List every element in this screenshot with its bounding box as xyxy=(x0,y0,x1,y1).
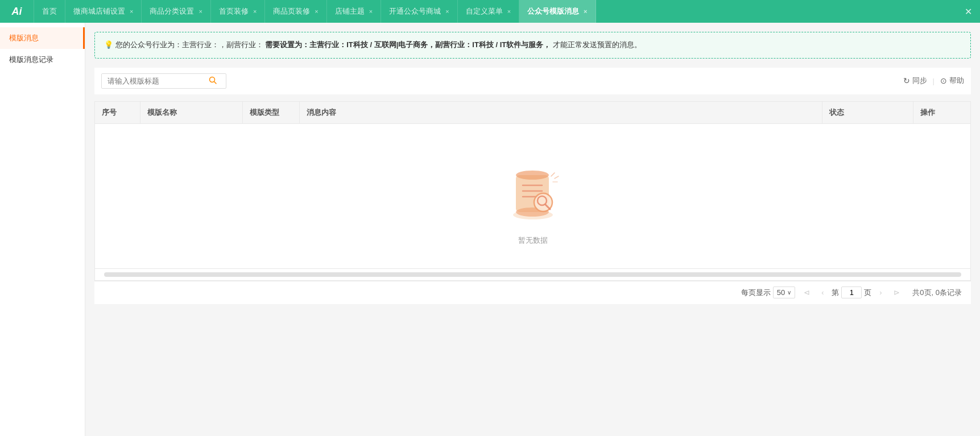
svg-line-13 xyxy=(555,176,559,178)
nav-tab-close-1[interactable]: × xyxy=(130,8,133,15)
notice-icon: 💡 xyxy=(104,40,113,49)
nav-tab-close-6[interactable]: × xyxy=(445,8,449,15)
empty-state: 暂无数据 xyxy=(95,124,970,268)
search-icon xyxy=(209,76,217,84)
nav-tab-close-4[interactable]: × xyxy=(315,8,318,15)
main-layout: 模版消息模版消息记录 💡 您的公众号行业为：主营行业：，副营行业： 需要设置为：… xyxy=(0,23,980,436)
nav-tab-label: 自定义菜单 xyxy=(466,6,503,16)
page-navigation: ⊲ ‹ 第 页 › ⊳ xyxy=(800,286,903,300)
nav-tab-8[interactable]: 公众号模版消息× xyxy=(519,0,596,23)
sidebar: 模版消息模版消息记录 xyxy=(0,23,85,436)
col-seq: 序号 xyxy=(95,102,140,123)
sidebar-item-1[interactable]: 模版消息记录 xyxy=(0,49,85,70)
help-icon: ⊙ xyxy=(940,76,947,85)
nav-tab-label: 公众号模版消息 xyxy=(527,6,579,16)
nav-tab-close-8[interactable]: × xyxy=(584,8,587,15)
nav-tab-6[interactable]: 开通公众号商城× xyxy=(381,0,457,23)
col-name: 模版名称 xyxy=(140,102,243,123)
prev-page-button[interactable]: ‹ xyxy=(816,286,829,300)
scrollbar-area[interactable] xyxy=(95,268,970,280)
nav-tab-label: 开通公众号商城 xyxy=(389,6,441,16)
search-input[interactable] xyxy=(102,74,204,88)
nav-tab-label: 商品页装修 xyxy=(273,6,310,16)
col-action: 操作 xyxy=(913,102,970,123)
close-all-button[interactable]: ✕ xyxy=(957,0,980,23)
nav-tab-close-3[interactable]: × xyxy=(253,8,257,15)
sync-button[interactable]: ↻ 同步 xyxy=(903,76,927,86)
search-input-wrap[interactable] xyxy=(101,73,226,89)
col-type: 模版类型 xyxy=(243,102,300,123)
notice-text-suffix: 才能正常发送预置的消息。 xyxy=(553,40,642,49)
page-size-dropdown[interactable]: 50 ∨ xyxy=(773,286,795,298)
content-area: 💡 您的公众号行业为：主营行业：，副营行业： 需要设置为：主营行业：IT科技 /… xyxy=(85,23,980,436)
page-size-value: 50 xyxy=(777,288,785,297)
nav-tab-2[interactable]: 商品分类设置× xyxy=(142,0,210,23)
next-page-button[interactable]: › xyxy=(874,286,887,300)
search-row: ↻ 同步 | ⊙ 帮助 xyxy=(94,68,971,94)
nav-tab-1[interactable]: 微商城店铺设置× xyxy=(65,0,142,23)
nav-tab-label: 店铺主题 xyxy=(335,6,365,16)
nav-tab-3[interactable]: 首页装修× xyxy=(211,0,265,23)
notice-text-bold: 需要设置为：主营行业：IT科技 / 互联网|电子商务，副营行业：IT科技 / I… xyxy=(265,40,551,49)
top-nav: Ai 首页微商城店铺设置×商品分类设置×首页装修×商品页装修×店铺主题×开通公众… xyxy=(0,0,980,23)
nav-tab-5[interactable]: 店铺主题× xyxy=(327,0,381,23)
empty-icon xyxy=(499,158,567,226)
page-size-label: 每页显示 xyxy=(741,288,771,298)
chevron-down-icon: ∨ xyxy=(787,289,791,296)
col-status: 状态 xyxy=(822,102,913,123)
nav-tab-label: 商品分类设置 xyxy=(150,6,194,16)
page-suffix: 页 xyxy=(864,288,871,298)
sync-label: 同步 xyxy=(912,76,927,86)
svg-line-1 xyxy=(214,81,217,84)
sync-help-area: ↻ 同步 | ⊙ 帮助 xyxy=(903,76,964,86)
svg-point-4 xyxy=(516,171,549,180)
data-table: 序号 模版名称 模版类型 消息内容 状态 操作 xyxy=(94,101,971,281)
empty-text: 暂无数据 xyxy=(518,235,548,246)
last-page-button[interactable]: ⊳ xyxy=(890,286,903,300)
notice-box: 💡 您的公众号行业为：主营行业：，副营行业： 需要设置为：主营行业：IT科技 /… xyxy=(94,32,971,59)
divider: | xyxy=(933,77,934,85)
nav-tab-close-5[interactable]: × xyxy=(369,8,373,15)
page-prefix: 第 xyxy=(832,288,839,298)
page-input-wrap: 第 页 xyxy=(832,286,871,298)
nav-tab-close-7[interactable]: × xyxy=(507,8,511,15)
nav-tab-close-2[interactable]: × xyxy=(199,8,202,15)
sidebar-item-0[interactable]: 模版消息 xyxy=(0,27,85,49)
logo-tab[interactable]: Ai xyxy=(0,0,34,23)
page-number-input[interactable] xyxy=(841,286,862,298)
nav-tab-label: 微商城店铺设置 xyxy=(73,6,125,16)
nav-tab-4[interactable]: 商品页装修× xyxy=(265,0,326,23)
nav-tab-label: 首页装修 xyxy=(219,6,249,16)
svg-line-12 xyxy=(551,173,555,176)
total-info: 共0页, 0条记录 xyxy=(912,288,962,298)
nav-tab-label: 首页 xyxy=(42,6,57,16)
help-label: 帮助 xyxy=(949,76,964,86)
table-header: 序号 模版名称 模版类型 消息内容 状态 操作 xyxy=(95,102,970,124)
page-size-select: 每页显示 50 ∨ xyxy=(741,286,795,298)
search-button[interactable] xyxy=(204,74,221,88)
sync-icon: ↻ xyxy=(903,76,910,85)
nav-tab-0[interactable]: 首页 xyxy=(34,0,65,23)
nav-tab-7[interactable]: 自定义菜单× xyxy=(458,0,519,23)
notice-text-prefix: 您的公众号行业为：主营行业：，副营行业： xyxy=(115,40,263,49)
first-page-button[interactable]: ⊲ xyxy=(800,286,813,300)
horizontal-scrollbar[interactable] xyxy=(104,272,961,277)
pagination: 每页显示 50 ∨ ⊲ ‹ 第 页 › ⊳ 共0页, 0条记录 xyxy=(94,281,971,304)
help-button[interactable]: ⊙ 帮助 xyxy=(940,76,964,86)
col-content: 消息内容 xyxy=(300,102,822,123)
